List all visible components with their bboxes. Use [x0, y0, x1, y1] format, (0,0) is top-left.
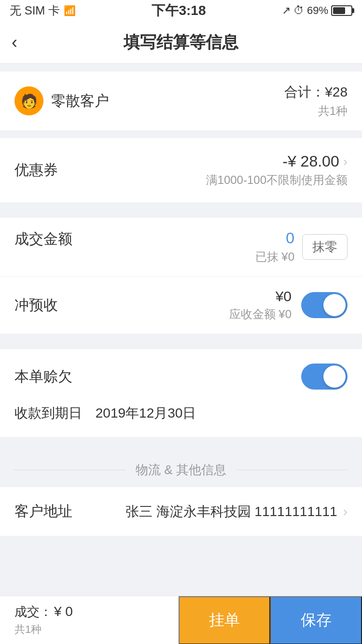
customer-section: 🧑 零散客户 合计：¥28 共1种	[0, 71, 362, 130]
status-bar: 无 SIM 卡 📶 下午3:18 ↗ ⏱ 69%	[0, 0, 362, 21]
transaction-section: 成交金额 0 已抹 ¥0 抹零 冲预收 ¥0 应收金额 ¥0	[0, 218, 362, 334]
address-section: 客户地址 张三 海淀永丰科技园 11111111111 ›	[0, 487, 362, 536]
prepay-label: 冲预收	[14, 295, 72, 315]
total-count: 共1种	[284, 103, 348, 119]
prepay-toggle[interactable]	[301, 292, 348, 318]
coupon-description: 满1000-100不限制使用金额	[206, 172, 348, 188]
customer-row: 🧑 零散客户 合计：¥28 共1种	[0, 71, 362, 130]
coupon-section: 优惠券 -¥ 28.00 › 满1000-100不限制使用金额	[0, 138, 362, 202]
coupon-label: 优惠券	[14, 160, 72, 180]
avatar-icon: 🧑	[21, 93, 38, 109]
transaction-amount-row: 成交金额 0 已抹 ¥0 抹零	[0, 218, 362, 277]
debt-toggle[interactable]	[301, 364, 348, 390]
address-row[interactable]: 客户地址 张三 海淀永丰科技园 11111111111 ›	[0, 487, 362, 536]
logistics-label: 物流 & 其他信息	[126, 462, 236, 478]
due-date-value: 2019年12月30日	[96, 406, 196, 420]
address-label: 客户地址	[14, 502, 72, 521]
spacer-1	[0, 210, 362, 218]
transaction-label: 成交金额	[14, 229, 72, 249]
address-value: 张三 海淀永丰科技园 11111111111	[125, 503, 337, 521]
customer-total: 合计：¥28 共1种	[284, 83, 348, 119]
address-right: 张三 海淀永丰科技园 11111111111 ›	[116, 503, 348, 521]
nav-bar: ‹ 填写结算等信息	[0, 21, 362, 64]
hold-button[interactable]: 挂单	[179, 596, 270, 644]
total-amount: 合计：¥28	[284, 83, 348, 101]
transaction-value-area: 0 已抹 ¥0	[255, 229, 294, 265]
coupon-value: -¥ 28.00 › 满1000-100不限制使用金额	[206, 153, 348, 188]
transaction-value[interactable]: 0	[286, 229, 294, 247]
bottom-deal-label: 成交：	[14, 603, 52, 620]
customer-name: 零散客户	[51, 91, 109, 111]
avatar: 🧑	[14, 86, 43, 115]
toggle-thumb	[323, 294, 346, 316]
prepay-right: ¥0 应收金额 ¥0	[229, 288, 348, 322]
status-left: 无 SIM 卡 📶	[10, 3, 76, 18]
battery-percent: 69%	[307, 4, 328, 17]
page-title: 填写结算等信息	[124, 31, 238, 54]
debt-row: 本单赊欠	[0, 349, 362, 404]
status-right: ↗ ⏱ 69%	[282, 4, 352, 17]
transaction-right: 0 已抹 ¥0 抹零	[255, 229, 348, 265]
bottom-bar: 成交： ¥ 0 共1种 挂单 保存	[0, 596, 362, 644]
bottom-summary: 成交： ¥ 0 共1种	[0, 603, 179, 637]
debt-label: 本单赊欠	[14, 367, 72, 387]
save-button[interactable]: 保存	[270, 596, 362, 644]
back-button[interactable]: ‹	[12, 32, 17, 53]
logistics-divider: 物流 & 其他信息	[0, 452, 362, 487]
prepay-amount: ¥0	[276, 288, 292, 305]
customer-left: 🧑 零散客户	[14, 86, 109, 115]
alarm-icon: ⏱	[293, 4, 304, 17]
wifi-icon: 📶	[64, 5, 76, 16]
carrier-label: 无 SIM 卡	[10, 3, 60, 18]
status-time: 下午3:18	[152, 1, 206, 20]
chevron-right-icon: ›	[343, 154, 348, 169]
prepay-values: ¥0 应收金额 ¥0	[229, 288, 292, 322]
prepay-sub: 应收金额 ¥0	[229, 307, 292, 322]
spacer-3	[0, 445, 362, 452]
bottom-count: 共1种	[14, 622, 164, 637]
bottom-padding	[0, 544, 362, 592]
location-icon: ↗	[282, 4, 291, 17]
round-zero-button[interactable]: 抹零	[302, 234, 348, 260]
address-chevron-icon: ›	[343, 504, 348, 519]
battery-icon	[331, 5, 352, 16]
transaction-sub: 已抹 ¥0	[255, 249, 294, 265]
debt-section: 本单赊欠 收款到期日 2019年12月30日	[0, 349, 362, 437]
debt-toggle-thumb	[323, 365, 346, 388]
prepay-row: 冲预收 ¥0 应收金额 ¥0	[0, 277, 362, 334]
spacer-2	[0, 341, 362, 349]
coupon-row[interactable]: 优惠券 -¥ 28.00 › 满1000-100不限制使用金额	[0, 138, 362, 202]
due-date-row: 收款到期日 2019年12月30日	[0, 404, 362, 437]
due-date-label: 收款到期日	[14, 406, 82, 420]
coupon-discount: -¥ 28.00	[282, 153, 339, 170]
bottom-deal-row: 成交： ¥ 0	[14, 603, 164, 620]
bottom-deal-amount: ¥ 0	[54, 604, 73, 619]
